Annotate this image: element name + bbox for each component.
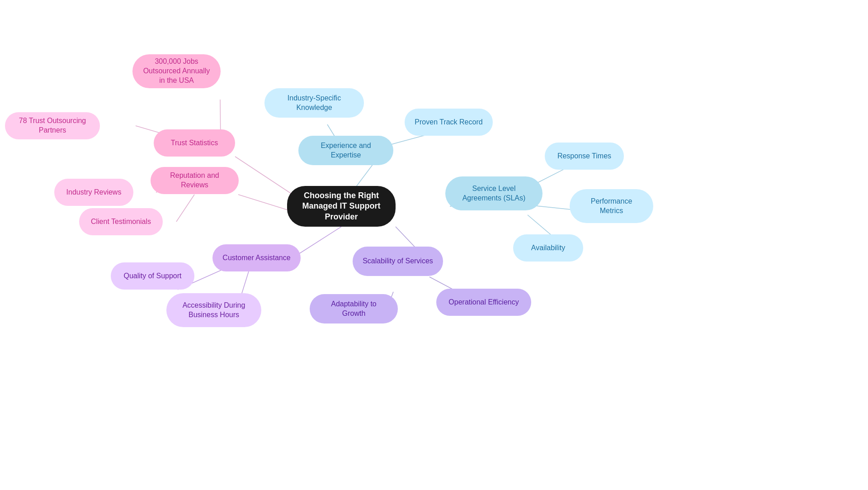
reputation-reviews-node: Reputation and Reviews [151,167,239,194]
quality-support-node: Quality of Support [111,262,194,290]
availability-node: Availability [513,234,583,262]
proven-track-node: Proven Track Record [405,109,493,136]
svg-line-9 [176,195,194,222]
scalability-node: Scalability of Services [353,247,443,276]
center-node: Choosing the Right Managed IT Support Pr… [287,186,396,227]
experience-expertise-node: Experience and Expertise [298,136,393,165]
operational-efficiency-node: Operational Efficiency [436,289,531,316]
accessibility-node: Accessibility During Business Hours [166,293,261,327]
outsourced-jobs-node: 300,000 Jobs Outsourced Annually in the … [132,54,221,88]
performance-metrics-node: Performance Metrics [570,189,653,223]
industry-knowledge-node: Industry-Specific Knowledge [264,88,364,118]
adaptability-node: Adaptability to Growth [310,294,398,323]
client-testimonials-node: Client Testimonials [79,208,163,235]
industry-reviews-node: Industry Reviews [54,179,133,206]
response-times-node: Response Times [545,143,624,170]
trust-partners-node: 78 Trust Outsourcing Partners [5,112,100,139]
customer-assistance-node: Customer Assistance [212,244,301,271]
trust-statistics-node: Trust Statistics [154,129,235,157]
sla-node: Service Level Agreements (SLAs) [445,176,542,210]
